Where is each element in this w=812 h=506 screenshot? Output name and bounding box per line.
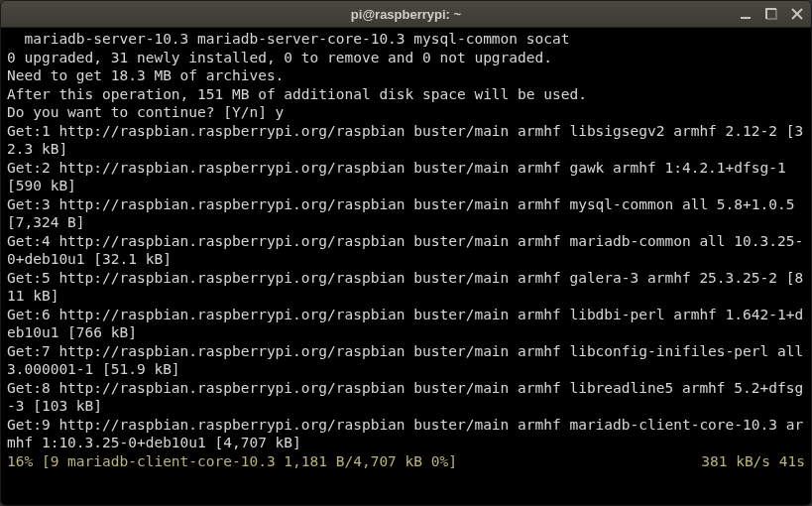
titlebar[interactable]: pi@raspberrypi: ~ <box>1 1 811 28</box>
output-line: Get:7 http://raspbian.raspberrypi.org/ra… <box>7 342 805 379</box>
output-line: mariadb-server-10.3 mariadb-server-core-… <box>7 30 805 49</box>
output-line: Do you want to continue? [Y/n] y <box>7 103 805 122</box>
close-icon[interactable] <box>789 6 805 22</box>
progress-left: 16% [9 mariadb-client-core-10.3 1,181 B/… <box>7 452 457 471</box>
output-line: 0 upgraded, 31 newly installed, 0 to rem… <box>7 49 805 67</box>
output-line: Get:6 http://raspbian.raspberrypi.org/ra… <box>7 306 805 342</box>
output-line: Need to get 18.3 MB of archives. <box>7 66 805 85</box>
progress-line: 16% [9 mariadb-client-core-10.3 1,181 B/… <box>7 452 805 471</box>
terminal-window: pi@raspberrypi: ~ mariadb-server-10.3 ma… <box>0 0 812 506</box>
progress-right: 381 kB/s 41s <box>701 452 805 471</box>
output-line: After this operation, 151 MB of addition… <box>7 85 805 104</box>
output-line: Get:5 http://raspbian.raspberrypi.org/ra… <box>7 269 805 306</box>
output-line: Get:4 http://raspbian.raspberrypi.org/ra… <box>7 232 805 269</box>
terminal-output[interactable]: mariadb-server-10.3 mariadb-server-core-… <box>1 28 811 505</box>
output-line: Get:9 http://raspbian.raspberrypi.org/ra… <box>7 416 805 452</box>
output-line: Get:3 http://raspbian.raspberrypi.org/ra… <box>7 195 805 232</box>
output-line: Get:8 http://raspbian.raspberrypi.org/ra… <box>7 379 805 416</box>
window-title: pi@raspberrypi: ~ <box>351 7 461 22</box>
minimize-icon[interactable] <box>738 6 754 22</box>
window-controls <box>738 1 805 27</box>
maximize-icon[interactable] <box>763 6 779 22</box>
output-line: Get:1 http://raspbian.raspberrypi.org/ra… <box>7 122 805 159</box>
output-line: Get:2 http://raspbian.raspberrypi.org/ra… <box>7 159 805 195</box>
